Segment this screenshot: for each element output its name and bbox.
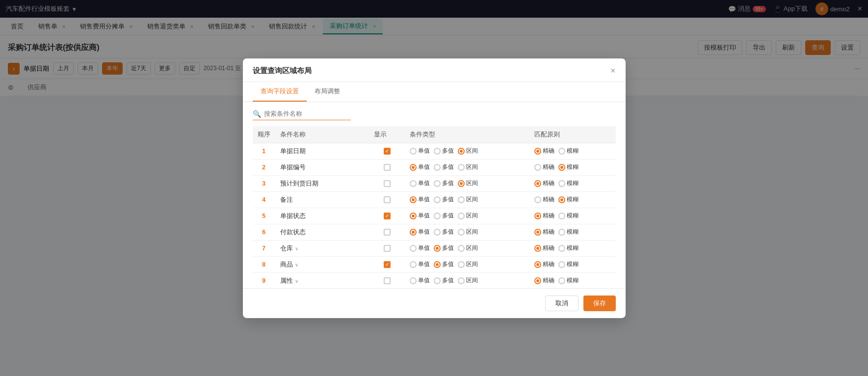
tab-query-fields[interactable]: 查询字段设置 [253, 82, 307, 97]
modal-overlay: 设置查询区域布局 × 查询字段设置 布局调整 🔍 顺序 条件名称 [0, 0, 868, 96]
tab-layout-adjust[interactable]: 布局调整 [307, 82, 348, 97]
modal-close-button[interactable]: × [610, 66, 616, 75]
modal-dialog: 设置查询区域布局 × 查询字段设置 布局调整 🔍 顺序 条件名称 [243, 58, 626, 97]
modal-header: 设置查询区域布局 × [243, 58, 626, 82]
modal-tabs: 查询字段设置 布局调整 [243, 82, 626, 97]
modal-title: 设置查询区域布局 [253, 66, 312, 76]
